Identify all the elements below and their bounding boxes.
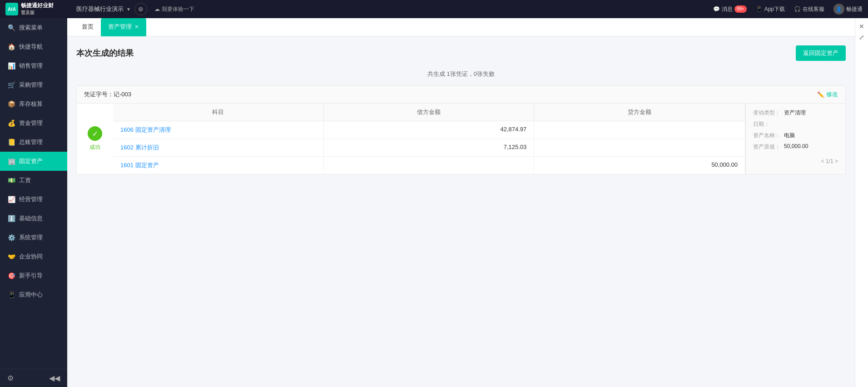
pagination[interactable]: < 1/1 >	[753, 154, 838, 164]
home-icon: 🏠	[7, 43, 15, 51]
change-type-label: 变动类型：	[753, 109, 780, 117]
tab-asset-management-label: 资产管理	[108, 23, 132, 31]
sidebar-item-basic-info[interactable]: ℹ️ 基础信息	[0, 209, 67, 228]
voucher-card: 凭证字号：记-003 ✏️ 修改 ✓ 成功	[76, 85, 846, 174]
row3-subject[interactable]: 1601 固定资产	[113, 157, 324, 174]
trial-button[interactable]: ☁ 我要体验一下	[154, 5, 194, 13]
user-avatar[interactable]: 👤 畅捷通	[833, 4, 863, 15]
sidebar-item-label: 资金管理	[19, 119, 43, 127]
sidebar-bottom: ⚙ ◀◀	[0, 369, 67, 387]
success-text: 成功	[89, 144, 100, 151]
asset-name-label: 资产名称：	[753, 132, 780, 139]
voucher-number: 凭证字号：记-003	[84, 90, 131, 99]
trial-text: 我要体验一下	[162, 5, 194, 13]
page-content: 本次生成的结果 返回固定资产 共生成 1张凭证，0张失败 凭证字号：记-003 …	[67, 36, 855, 387]
page-title: 本次生成的结果	[76, 48, 134, 59]
logo-subtitle: 普及版	[21, 10, 54, 16]
sidebar-item-inventory[interactable]: 📦 库存核算	[0, 94, 67, 114]
sidebar-item-ledger[interactable]: 📒 总账管理	[0, 133, 67, 152]
asset-original-row: 资产原值： 50,000.00	[753, 143, 838, 151]
company-selector[interactable]: 医疗器械行业演示 ▼	[76, 5, 131, 13]
sidebar-item-operations[interactable]: 📈 经营管理	[0, 190, 67, 209]
col-credit: 贷方金额	[534, 104, 745, 121]
sidebar-item-label: 库存核算	[19, 100, 43, 108]
sidebar-item-cooperation[interactable]: 🤝 企业协同	[0, 247, 67, 266]
purchase-icon: 🛒	[7, 81, 15, 89]
sidebar-settings-icon[interactable]: ⚙	[7, 374, 14, 382]
sidebar-item-payroll[interactable]: 💵 工资	[0, 171, 67, 190]
sidebar-item-label: 企业协同	[19, 253, 43, 261]
sidebar-item-label: 总账管理	[19, 138, 43, 146]
edit-button[interactable]: ✏️ 修改	[817, 90, 838, 99]
row1-debit: 42,874.97	[324, 121, 535, 139]
back-to-fixed-assets-button[interactable]: 返回固定资产	[796, 45, 846, 61]
voucher-table: 科目 借方金额 贷方金额 1606 固定资产清理 42,874.97 1602 …	[113, 104, 745, 174]
row1-credit	[534, 121, 745, 139]
voucher-header: 凭证字号：记-003 ✏️ 修改	[77, 86, 845, 104]
settings-button[interactable]: ⚙	[134, 3, 147, 15]
date-row: 日期：	[753, 120, 838, 128]
sidebar-collapse-icon[interactable]: ◀◀	[49, 374, 60, 382]
sidebar-item-purchase[interactable]: 🛒 采购管理	[0, 75, 67, 94]
sidebar-item-search[interactable]: 🔍 搜索菜单	[0, 18, 67, 37]
logo-icon: AtA	[5, 3, 18, 15]
company-name: 医疗器械行业演示	[76, 5, 124, 13]
company-arrow-icon: ▼	[126, 7, 131, 12]
user-name: 畅捷通	[846, 5, 863, 13]
sidebar-item-app-center[interactable]: 📱 应用中心	[0, 285, 67, 304]
change-type-row: 变动类型： 资产清理	[753, 109, 838, 117]
expand-panel-button[interactable]: ⤢	[857, 33, 866, 42]
cooperation-icon: 🤝	[7, 253, 15, 261]
sidebar-item-sales[interactable]: 📊 销售管理	[0, 56, 67, 75]
table-header: 科目 借方金额 贷方金额	[113, 104, 745, 121]
trial-icon: ☁	[154, 6, 160, 12]
app-download-label: App下载	[764, 5, 785, 13]
page-header: 本次生成的结果 返回固定资产	[76, 45, 846, 61]
operations-icon: 📈	[7, 195, 15, 203]
sidebar-item-guide[interactable]: 🎯 新手引导	[0, 266, 67, 285]
row2-subject[interactable]: 1602 累计折旧	[113, 139, 324, 156]
search-icon: 🔍	[7, 24, 15, 32]
logo: AtA 畅捷通好业财 普及版	[5, 2, 73, 16]
sidebar-item-label: 采购管理	[19, 81, 43, 89]
col-subject: 科目	[113, 104, 324, 121]
basic-info-icon: ℹ️	[7, 214, 15, 223]
messages-label: 消息	[722, 5, 733, 13]
change-type-value: 资产清理	[784, 109, 806, 117]
payroll-icon: 💵	[7, 176, 15, 184]
messages-icon: 💬	[713, 6, 720, 12]
top-bar: AtA 畅捷通好业财 普及版 医疗器械行业演示 ▼ ⚙ ☁ 我要体验一下 💬 消…	[0, 0, 868, 18]
table-row: 1602 累计折旧 7,125.03	[113, 139, 745, 157]
sidebar-item-label: 系统管理	[19, 233, 43, 242]
sidebar-item-fixed-assets[interactable]: 🏢 固定资产	[0, 152, 67, 171]
row1-subject[interactable]: 1606 固定资产清理	[113, 121, 324, 139]
sidebar-item-system[interactable]: ⚙️ 系统管理	[0, 228, 67, 247]
app-download-button[interactable]: 📱 App下载	[756, 5, 785, 13]
main-layout: 🔍 搜索菜单 🏠 快捷导航 📊 销售管理 🛒 采购管理 📦 库存核算 💰 资金管…	[0, 18, 868, 387]
sidebar-item-label: 基础信息	[19, 214, 43, 223]
tab-home[interactable]: 首页	[74, 18, 101, 36]
asset-name-value: 电脑	[784, 132, 795, 139]
messages-button[interactable]: 💬 消息 99+	[713, 5, 747, 13]
row2-credit	[534, 139, 745, 156]
system-icon: ⚙️	[7, 233, 15, 242]
close-panel-button[interactable]: ✕	[857, 22, 866, 31]
sidebar-item-label: 销售管理	[19, 62, 43, 70]
tab-asset-management[interactable]: 资产管理 ✕	[101, 18, 146, 36]
success-area: ✓ 成功	[77, 104, 113, 174]
table-row: 1606 固定资产清理 42,874.97	[113, 121, 745, 139]
tab-bar: 首页 资产管理 ✕	[67, 18, 855, 36]
sidebar: 🔍 搜索菜单 🏠 快捷导航 📊 销售管理 🛒 采购管理 📦 库存核算 💰 资金管…	[0, 18, 67, 387]
guide-icon: 🎯	[7, 272, 15, 280]
side-panel: 变动类型： 资产清理 日期： 资产名称： 电脑 资产原值：	[745, 104, 845, 174]
avatar-icon: 👤	[833, 4, 844, 15]
app-center-icon: 📱	[7, 291, 15, 299]
online-service-button[interactable]: 🎧 在线客服	[794, 5, 824, 13]
sidebar-item-label: 搜索菜单	[19, 24, 43, 32]
row3-debit	[324, 157, 535, 174]
sidebar-item-label: 新手引导	[19, 272, 43, 280]
row2-debit: 7,125.03	[324, 139, 535, 156]
tab-close-icon[interactable]: ✕	[134, 24, 139, 30]
sidebar-item-finance[interactable]: 💰 资金管理	[0, 114, 67, 133]
sidebar-item-quick-nav[interactable]: 🏠 快捷导航	[0, 37, 67, 56]
